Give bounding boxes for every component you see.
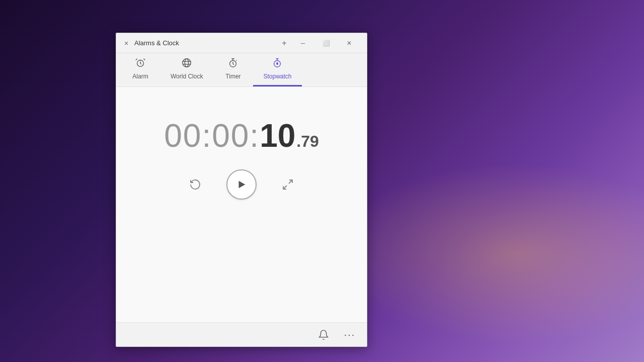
stopwatch-display: 00 : 00 : 10 .79 xyxy=(164,117,319,154)
svg-point-7 xyxy=(277,63,278,64)
nav-tabs: Alarm World Clock xyxy=(116,53,367,87)
stopwatch-controls xyxy=(184,169,299,200)
minimize-button[interactable]: ─ xyxy=(291,33,314,53)
svg-point-2 xyxy=(185,59,189,67)
close-button[interactable]: ✕ xyxy=(338,33,361,53)
tab-stopwatch[interactable]: Stopwatch xyxy=(253,53,301,86)
reset-icon xyxy=(189,178,201,191)
expand-button[interactable] xyxy=(277,173,299,196)
tab-world-clock[interactable]: World Clock xyxy=(160,53,213,86)
title-bar: × Alarms & Clock + ─ ⬜ ✕ xyxy=(116,33,367,53)
svg-marker-8 xyxy=(239,181,246,189)
timer-icon xyxy=(227,57,238,71)
more-options-icon: ··· xyxy=(344,329,356,340)
alarms-button[interactable] xyxy=(314,326,333,344)
svg-line-9 xyxy=(289,180,292,184)
tab-close-button[interactable]: × xyxy=(122,39,130,47)
stopwatch-centiseconds: .79 xyxy=(296,132,318,151)
stopwatch-hours: 00 xyxy=(164,117,202,154)
reset-button[interactable] xyxy=(184,173,206,196)
alarm-icon xyxy=(135,57,146,71)
stopwatch-seconds: 10 xyxy=(260,117,295,154)
window-title: Alarms & Clock xyxy=(134,39,277,47)
bell-icon xyxy=(318,329,329,340)
expand-icon xyxy=(282,178,294,191)
world-clock-icon xyxy=(181,57,192,71)
stopwatch-icon xyxy=(272,57,283,71)
desktop: × Alarms & Clock + ─ ⬜ ✕ Alarm xyxy=(0,0,644,362)
tab-stopwatch-label: Stopwatch xyxy=(263,73,291,80)
tab-world-clock-label: World Clock xyxy=(171,73,203,80)
play-button[interactable] xyxy=(226,169,257,200)
tab-timer-label: Timer xyxy=(225,73,240,80)
maximize-button[interactable]: ⬜ xyxy=(314,33,338,53)
svg-point-1 xyxy=(183,59,191,67)
tab-alarm[interactable]: Alarm xyxy=(120,53,160,86)
window-controls: ─ ⬜ ✕ xyxy=(291,33,361,53)
tab-timer[interactable]: Timer xyxy=(213,53,253,86)
stopwatch-minutes: 00 xyxy=(212,117,250,154)
more-options-button[interactable]: ··· xyxy=(341,326,359,344)
main-content: 00 : 00 : 10 .79 xyxy=(116,87,367,322)
stopwatch-sep1: : xyxy=(202,117,212,154)
bottom-bar: ··· xyxy=(116,322,367,346)
new-tab-button[interactable]: + xyxy=(277,36,291,50)
tab-alarm-label: Alarm xyxy=(132,73,148,80)
app-window: × Alarms & Clock + ─ ⬜ ✕ Alarm xyxy=(116,33,367,347)
svg-line-10 xyxy=(283,186,287,189)
stopwatch-sep2: : xyxy=(250,117,260,154)
play-icon xyxy=(236,179,247,190)
